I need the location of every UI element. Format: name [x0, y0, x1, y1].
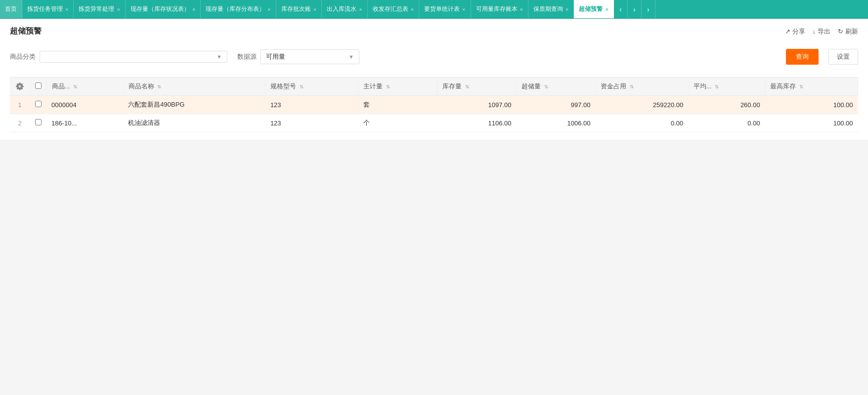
row-number: 2 [10, 114, 30, 132]
col-code: 商品... ⇅ [46, 78, 123, 96]
cell-name: 机油滤清器 [123, 114, 265, 132]
chevron-down-icon: ▼ [217, 54, 222, 60]
nav-tab-10[interactable]: 保质期查询 × [528, 0, 574, 18]
cell-spec: 123 [265, 96, 358, 114]
gear-settings-header[interactable] [10, 78, 30, 96]
nav-tab-4[interactable]: 现存量（库存分布表） × [201, 0, 276, 18]
sort-icon[interactable]: ⇅ [300, 84, 304, 89]
refresh-button[interactable]: ↻ 刷新 [838, 27, 858, 36]
col-spec: 规格型号 ⇅ [265, 78, 358, 96]
query-button[interactable]: 查询 [786, 49, 819, 65]
data-table: 商品... ⇅ 商品名称 ⇅ 规格型号 ⇅ 主计量 ⇅ 库存量 ⇅ [10, 77, 858, 132]
row-number: 1 [10, 96, 30, 114]
nav-tab-1[interactable]: 拣货任务管理 × [22, 0, 74, 18]
nav-tab-home[interactable]: 首页 [0, 0, 22, 18]
cell-avg: 260.00 [688, 96, 765, 114]
top-nav: 首页 拣货任务管理 × 拣货异常处理 × 现存量（库存状况表） × 现存量（库存… [0, 0, 868, 19]
sort-icon[interactable]: ⇅ [73, 84, 77, 89]
header-actions: ↗ 分享 ↓ 导出 ↻ 刷新 [785, 27, 859, 36]
cell-name: 六配套新昌490BPG [123, 96, 265, 114]
row-checkbox-cell[interactable] [30, 114, 46, 132]
chevron-down-icon: ▼ [348, 54, 354, 60]
nav-tab-5[interactable]: 库存批次账 × [276, 0, 322, 18]
settings-button[interactable]: 设置 [828, 49, 858, 65]
cell-stock: 1106.00 [437, 114, 517, 132]
export-icon: ↓ [813, 28, 816, 35]
col-avg: 平均... ⇅ [688, 78, 765, 96]
cell-code: 186-10... [46, 114, 123, 132]
nav-tab-9[interactable]: 可用量库存账本 × [471, 0, 528, 18]
page-container: 超储预警 ↗ 分享 ↓ 导出 ↻ 刷新 商品分类 ▼ 数据源 [0, 19, 868, 140]
cell-spec: 123 [265, 114, 358, 132]
close-icon[interactable]: × [411, 6, 414, 12]
select-all-checkbox[interactable] [35, 82, 42, 89]
col-unit: 主计量 ⇅ [358, 78, 437, 96]
close-icon[interactable]: × [313, 6, 316, 12]
col-overstock: 超储量 ⇅ [517, 78, 596, 96]
cell-stock: 1097.00 [437, 96, 517, 114]
category-filter: 商品分类 ▼ [10, 51, 227, 63]
sort-icon[interactable]: ⇅ [386, 84, 390, 89]
sort-icon[interactable]: ⇅ [157, 84, 161, 89]
close-icon[interactable]: × [359, 6, 362, 12]
page-title: 超储预警 [10, 26, 42, 37]
row-checkbox[interactable] [35, 101, 42, 107]
page-header: 超储预警 ↗ 分享 ↓ 导出 ↻ 刷新 [10, 26, 858, 37]
table-row: 1 0000004 六配套新昌490BPG 123 套 1097.00 997.… [10, 96, 858, 114]
filter-row: 商品分类 ▼ 数据源 可用量 ▼ 查询 设置 [10, 44, 858, 70]
sort-icon[interactable]: ⇅ [715, 84, 719, 89]
col-stock: 库存量 ⇅ [437, 78, 517, 96]
datasource-label: 数据源 [237, 52, 257, 61]
close-icon[interactable]: × [565, 6, 568, 12]
datasource-select[interactable]: 可用量 ▼ [260, 49, 359, 64]
row-checkbox-cell[interactable] [30, 96, 46, 114]
close-icon[interactable]: × [520, 6, 523, 12]
table-row: 2 186-10... 机油滤清器 123 个 1106.00 1006.00 … [10, 114, 858, 132]
nav-prev-button[interactable]: ‹ [614, 0, 628, 18]
sort-icon[interactable]: ⇅ [544, 84, 548, 89]
cell-overstock: 1006.00 [517, 114, 596, 132]
close-icon[interactable]: × [65, 6, 68, 12]
cell-maxstock: 100.00 [765, 96, 858, 114]
nav-more-button[interactable]: › [642, 0, 655, 18]
category-label: 商品分类 [10, 52, 36, 61]
refresh-icon: ↻ [838, 28, 843, 35]
export-button[interactable]: ↓ 导出 [813, 27, 831, 36]
table-header-row: 商品... ⇅ 商品名称 ⇅ 规格型号 ⇅ 主计量 ⇅ 库存量 ⇅ [10, 78, 858, 96]
cell-capital: 259220.00 [596, 96, 689, 114]
close-icon[interactable]: × [192, 6, 195, 12]
cell-code: 0000004 [46, 96, 123, 114]
select-all-header[interactable] [30, 78, 46, 96]
col-capital: 资金占用 ⇅ [596, 78, 689, 96]
nav-tab-8[interactable]: 要货单统计表 × [419, 0, 471, 18]
sort-icon[interactable]: ⇅ [630, 84, 634, 89]
datasource-value: 可用量 [266, 52, 285, 61]
cell-capital: 0.00 [596, 114, 689, 132]
category-select[interactable]: ▼ [40, 51, 227, 63]
nav-tab-2[interactable]: 拣货异常处理 × [74, 0, 125, 18]
cell-unit: 套 [358, 96, 437, 114]
cell-unit: 个 [358, 114, 437, 132]
cell-overstock: 997.00 [517, 96, 596, 114]
cell-maxstock: 100.00 [765, 114, 858, 132]
sort-icon[interactable]: ⇅ [465, 84, 469, 89]
col-maxstock: 最高库存 ⇅ [765, 78, 858, 96]
nav-tab-active[interactable]: 超储预警 × [574, 0, 613, 18]
col-name: 商品名称 ⇅ [123, 78, 265, 96]
row-checkbox[interactable] [35, 119, 42, 125]
cell-avg: 0.00 [688, 114, 765, 132]
close-icon[interactable]: × [462, 6, 465, 12]
close-icon[interactable]: × [117, 6, 120, 12]
nav-tab-6[interactable]: 出入库流水 × [322, 0, 367, 18]
nav-next-button[interactable]: › [628, 0, 642, 18]
close-icon[interactable]: × [605, 6, 608, 12]
share-button[interactable]: ↗ 分享 [785, 27, 805, 36]
datasource-filter: 数据源 可用量 ▼ [237, 49, 359, 64]
sort-icon[interactable]: ⇅ [799, 84, 803, 89]
nav-tab-3[interactable]: 现存量（库存状况表） × [126, 0, 201, 18]
share-icon: ↗ [785, 28, 790, 35]
nav-tab-7[interactable]: 收发存汇总表 × [368, 0, 419, 18]
close-icon[interactable]: × [267, 6, 270, 12]
